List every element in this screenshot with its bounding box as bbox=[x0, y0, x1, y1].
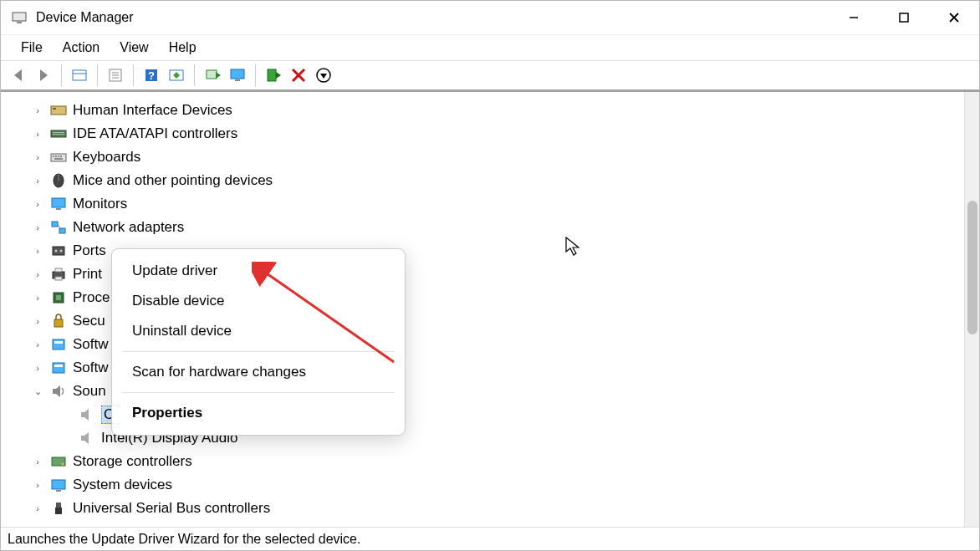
network-icon bbox=[49, 218, 68, 237]
sound-icon bbox=[49, 382, 68, 400]
chevron-right-icon[interactable]: › bbox=[31, 293, 44, 303]
svg-rect-18 bbox=[207, 70, 217, 79]
chevron-right-icon[interactable]: › bbox=[31, 105, 44, 115]
forward-icon[interactable] bbox=[33, 64, 54, 86]
vertical-scrollbar[interactable] bbox=[964, 92, 979, 527]
maximize-button[interactable] bbox=[879, 1, 929, 34]
separator bbox=[61, 64, 62, 86]
svg-rect-53 bbox=[56, 295, 61, 300]
context-scan-hardware[interactable]: Scan for hardware changes bbox=[112, 357, 405, 387]
monitor-icon[interactable] bbox=[227, 64, 248, 86]
svg-rect-34 bbox=[53, 156, 54, 157]
chevron-right-icon[interactable]: › bbox=[31, 222, 44, 232]
processor-icon bbox=[49, 288, 68, 307]
context-disable-device[interactable]: Disable device bbox=[112, 286, 405, 316]
menu-view[interactable]: View bbox=[110, 40, 158, 55]
software-icon bbox=[49, 359, 68, 377]
chevron-right-icon[interactable]: › bbox=[31, 199, 44, 209]
chevron-right-icon[interactable]: › bbox=[31, 176, 44, 186]
chevron-right-icon[interactable]: › bbox=[31, 457, 44, 467]
separator bbox=[255, 64, 256, 86]
svg-rect-44 bbox=[59, 228, 65, 233]
svg-marker-6 bbox=[14, 69, 22, 81]
hid-icon bbox=[49, 101, 68, 120]
chevron-right-icon[interactable]: › bbox=[31, 503, 44, 513]
tree-item-usb[interactable]: ›Universal Serial Bus controllers bbox=[31, 497, 964, 520]
svg-rect-54 bbox=[54, 319, 63, 327]
properties-icon[interactable] bbox=[105, 64, 126, 86]
svg-rect-43 bbox=[52, 222, 58, 227]
uninstall-icon[interactable] bbox=[288, 64, 309, 86]
statusbar-text: Launches the Update Driver Wizard for th… bbox=[8, 532, 360, 547]
chevron-right-icon[interactable]: › bbox=[31, 152, 44, 162]
chevron-right-icon[interactable]: › bbox=[31, 316, 44, 326]
svg-rect-31 bbox=[53, 132, 64, 133]
down-arrow-icon[interactable] bbox=[313, 64, 334, 86]
titlebar[interactable]: Device Manager bbox=[1, 1, 979, 34]
keyboard-icon bbox=[49, 148, 68, 166]
chevron-right-icon[interactable]: › bbox=[31, 269, 44, 279]
system-icon bbox=[49, 476, 68, 494]
tree-item-network[interactable]: ›Network adapters bbox=[31, 216, 964, 239]
context-properties[interactable]: Properties bbox=[112, 398, 405, 428]
minimize-button[interactable] bbox=[829, 1, 879, 34]
svg-marker-61 bbox=[81, 432, 89, 444]
svg-marker-60 bbox=[81, 409, 89, 421]
svg-rect-64 bbox=[52, 480, 65, 489]
chevron-right-icon[interactable]: › bbox=[31, 480, 44, 490]
separator bbox=[122, 351, 395, 352]
scrollbar-thumb[interactable] bbox=[967, 201, 977, 334]
tree-item-monitors[interactable]: ›Monitors bbox=[31, 192, 964, 216]
svg-marker-27 bbox=[320, 74, 327, 79]
separator bbox=[97, 64, 98, 86]
chevron-right-icon[interactable]: › bbox=[31, 246, 44, 256]
tree-item-mice[interactable]: ›Mice and other pointing devices bbox=[31, 169, 964, 192]
mouse-icon bbox=[49, 171, 68, 190]
svg-rect-32 bbox=[53, 134, 64, 135]
monitor-icon bbox=[49, 195, 68, 213]
back-icon[interactable] bbox=[8, 64, 29, 86]
enable-device-icon[interactable] bbox=[263, 64, 284, 86]
tree-item-storage[interactable]: ›Storage controllers bbox=[31, 450, 964, 473]
separator bbox=[122, 392, 395, 393]
menu-help[interactable]: Help bbox=[159, 40, 207, 55]
update-driver-icon[interactable] bbox=[202, 64, 223, 86]
chevron-right-icon[interactable]: › bbox=[31, 339, 44, 349]
ports-icon bbox=[49, 242, 68, 260]
svg-rect-33 bbox=[51, 154, 66, 161]
svg-point-47 bbox=[55, 250, 58, 253]
tree-item-keyboards[interactable]: ›Keyboards bbox=[31, 145, 964, 169]
svg-rect-55 bbox=[53, 339, 64, 349]
chevron-right-icon[interactable]: › bbox=[31, 129, 44, 139]
context-uninstall-device[interactable]: Uninstall device bbox=[112, 316, 405, 346]
svg-rect-46 bbox=[53, 247, 64, 255]
tree-item-hid[interactable]: ›Human Interface Devices bbox=[31, 99, 964, 122]
help-icon[interactable]: ? bbox=[140, 64, 162, 86]
close-button[interactable] bbox=[929, 1, 979, 34]
svg-point-48 bbox=[60, 250, 63, 253]
speaker-icon bbox=[78, 429, 96, 447]
device-manager-icon bbox=[11, 9, 28, 26]
svg-rect-28 bbox=[51, 106, 66, 115]
svg-rect-50 bbox=[55, 268, 62, 272]
usb-icon bbox=[49, 499, 68, 518]
scan-icon[interactable] bbox=[166, 64, 187, 86]
chevron-down-icon[interactable]: ⌄ bbox=[31, 386, 44, 397]
menu-action[interactable]: Action bbox=[53, 40, 110, 55]
speaker-icon bbox=[78, 406, 96, 424]
chevron-right-icon[interactable]: › bbox=[31, 363, 44, 373]
svg-rect-35 bbox=[55, 156, 57, 157]
show-hidden-icon[interactable] bbox=[69, 64, 90, 86]
menu-file[interactable]: File bbox=[11, 40, 53, 55]
device-manager-window: Device Manager File Action View Help ? bbox=[0, 0, 980, 551]
svg-rect-56 bbox=[54, 341, 63, 344]
svg-marker-59 bbox=[53, 385, 60, 397]
tree-item-system[interactable]: ›System devices bbox=[31, 473, 964, 497]
svg-rect-41 bbox=[52, 198, 65, 207]
svg-rect-20 bbox=[231, 69, 244, 79]
tree-item-ide[interactable]: ›IDE ATA/ATAPI controllers bbox=[31, 122, 964, 145]
ide-icon bbox=[49, 125, 68, 143]
svg-rect-3 bbox=[900, 13, 908, 22]
window-title: Device Manager bbox=[36, 10, 134, 25]
context-update-driver[interactable]: Update driver bbox=[112, 256, 405, 286]
